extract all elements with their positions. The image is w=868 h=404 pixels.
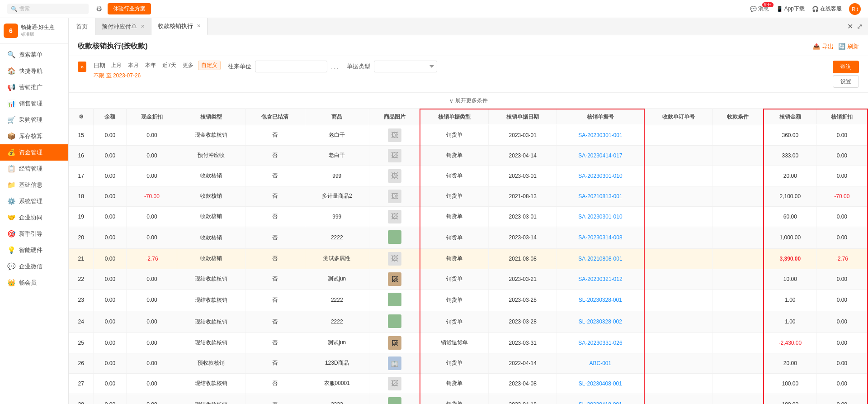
sidebar-item-enterprise[interactable]: 🤝企业协同: [0, 209, 68, 226]
sidebar-item-beginner[interactable]: 🎯新手引导: [0, 226, 68, 242]
cell-include-settled: 否: [245, 166, 305, 186]
settings-btn[interactable]: 设置: [833, 75, 859, 88]
col-settings[interactable]: ⚙: [69, 109, 94, 125]
sidebar-menu: 🔍搜索菜单 🏠快捷导航 📢营销推广 📊销售管理 🛒采购管理 📦库存核算 💰资金管…: [0, 44, 68, 404]
tab-home[interactable]: 首页: [69, 18, 95, 35]
cell-goods: 测试jun: [305, 269, 369, 289]
cell-no: 18: [69, 186, 94, 206]
voucher-type-select[interactable]: [374, 61, 437, 72]
cell-write-off-amount: 100.00: [764, 373, 816, 394]
filter-collapse-btn[interactable]: »: [78, 62, 86, 72]
table-row: 150.000.00现金收款核销否老白干🖼销货单2023-03-01SA-202…: [69, 125, 868, 145]
online-service-btn[interactable]: 🎧 在线客服: [812, 5, 842, 13]
date-opt-this-month[interactable]: 本月: [126, 61, 141, 70]
cell-write-off-discount: 0.00: [816, 166, 868, 186]
headset-icon: 🎧: [812, 6, 819, 12]
table-row: 280.000.00现结收款核销否2222销货单2023-04-18SL-202…: [69, 394, 868, 404]
date-opt-more[interactable]: 更多: [181, 61, 195, 70]
sidebar-item-marketing[interactable]: 📢营销推广: [0, 79, 68, 95]
tab-prepay-close[interactable]: ✕: [141, 24, 145, 29]
cell-write-off-amount: 360.00: [764, 125, 816, 145]
sidebar-item-system[interactable]: ⚙️系统管理: [0, 193, 68, 209]
message-icon: 💬: [750, 6, 757, 12]
cell-voucher-no[interactable]: SL-20230408-001: [557, 373, 644, 394]
export-btn[interactable]: 📤 导出: [813, 43, 834, 51]
industry-btn[interactable]: 休验行业方案: [108, 3, 151, 14]
sidebar-logo: 6 畅捷通·好生意 标准版: [0, 18, 68, 44]
cell-voucher-no[interactable]: SA-20210813-001: [557, 186, 644, 206]
tab-fullscreen-icon[interactable]: ⤢: [857, 22, 863, 31]
col-payment-terms: 收款条件: [712, 109, 764, 125]
col-voucher-no: 核销单据号: [557, 109, 644, 125]
sidebar-item-member[interactable]: 👑畅会员: [0, 275, 68, 291]
cell-voucher-no[interactable]: SL-20230328-001: [557, 289, 644, 311]
cell-voucher-no[interactable]: SA-20230301-010: [557, 166, 644, 186]
cell-voucher-date: 2022-04-14: [489, 353, 557, 373]
cell-payment-terms: [712, 373, 764, 394]
cell-write-off-discount: 0.00: [816, 289, 868, 311]
sidebar-item-wechat[interactable]: 💬企业微信: [0, 258, 68, 275]
date-opt-7days[interactable]: 近7天: [160, 61, 178, 70]
cell-voucher-type: 销货单: [420, 311, 489, 333]
cell-voucher-no[interactable]: SL-20230418-001: [557, 394, 644, 404]
date-opt-custom[interactable]: 自定义: [198, 61, 221, 70]
member-icon: 👑: [7, 279, 15, 287]
cell-include-settled: 否: [245, 269, 305, 289]
cell-no: 15: [69, 125, 94, 145]
col-voucher-type: 核销单据类型: [420, 109, 489, 125]
sidebar-item-operation[interactable]: 📋经营管理: [0, 161, 68, 177]
sidebar-item-inventory[interactable]: 📦库存核算: [0, 128, 68, 144]
top-bar: 🔍 搜索 ⚙ 休验行业方案 💬 消息 99+ 📱 App下载 🎧 在线客服 Ri…: [0, 0, 868, 18]
sidebar-item-sales[interactable]: 📊销售管理: [0, 95, 68, 112]
user-avatar[interactable]: Rit: [849, 3, 861, 15]
voucher-type-group: 单据类型: [347, 61, 437, 72]
page-title: 收款核销执行(按收款): [78, 42, 148, 51]
source-unit-input[interactable]: [255, 61, 327, 72]
tab-receipt-write-off[interactable]: 收款核销执行 ✕: [151, 18, 208, 35]
table-row: 200.000.00收款核销否2222销货单2023-03-14SA-20230…: [69, 227, 868, 248]
cell-write-off-type: 现结收款核销: [177, 333, 245, 353]
search-area[interactable]: 🔍 搜索: [7, 4, 89, 14]
app-icon: 📱: [776, 6, 783, 12]
refresh-btn[interactable]: 🔄 刷新: [838, 43, 859, 51]
gear-icon[interactable]: ⚙: [96, 5, 102, 13]
sidebar-item-quick-nav[interactable]: 🏠快捷导航: [0, 63, 68, 79]
expand-more-btn[interactable]: ∨ 展开更多条件: [449, 95, 488, 106]
cell-write-off-discount: 0.00: [816, 206, 868, 227]
cell-voucher-no[interactable]: SA-20230314-008: [557, 227, 644, 248]
date-opt-this-year[interactable]: 本年: [143, 61, 158, 70]
tab-prepay[interactable]: 预付冲应付单 ✕: [95, 18, 151, 35]
app-download-btn[interactable]: 📱 App下载: [776, 5, 805, 13]
cell-voucher-no[interactable]: SA-20230321-012: [557, 269, 644, 289]
cell-goods: 999: [305, 166, 369, 186]
tab-close-all-icon[interactable]: ✕: [847, 22, 853, 31]
cell-write-off-amount: 100.00: [764, 394, 816, 404]
cell-voucher-no[interactable]: SA-20230414-017: [557, 145, 644, 166]
query-btn[interactable]: 查询: [833, 61, 859, 73]
cell-voucher-type: 销货单: [420, 373, 489, 394]
cell-voucher-no[interactable]: SA-20210808-001: [557, 248, 644, 269]
cell-cash-discount: 0.00: [127, 311, 177, 333]
sidebar-item-finance[interactable]: 💰资金管理: [0, 144, 68, 161]
cell-receipt-order-no: [644, 206, 713, 227]
tab-receipt-close[interactable]: ✕: [197, 23, 201, 29]
cell-voucher-no[interactable]: ABC-001: [557, 353, 644, 373]
cell-goods: 2222: [305, 227, 369, 248]
cell-voucher-no[interactable]: SL-20230328-002: [557, 311, 644, 333]
export-icon: 📤: [813, 43, 820, 50]
cell-voucher-no[interactable]: SA-20230301-010: [557, 206, 644, 227]
cell-voucher-no[interactable]: SA-20230331-026: [557, 333, 644, 353]
sidebar-item-purchase[interactable]: 🛒采购管理: [0, 112, 68, 128]
sidebar-item-basics[interactable]: 📁基础信息: [0, 177, 68, 193]
date-opt-last-month[interactable]: 上月: [109, 61, 123, 70]
messages-btn[interactable]: 💬 消息 99+: [750, 5, 769, 13]
sidebar-item-hardware[interactable]: 💡智能硬件: [0, 242, 68, 258]
cell-write-off-discount: -2.76: [816, 248, 868, 269]
tab-controls: ✕ ⤢: [847, 22, 868, 31]
table-wrapper: ⚙ 余额 现金折扣 核销类型 包含已结清 商品 商品图片 核销单据类型 核销单据…: [69, 109, 868, 404]
sidebar-item-search[interactable]: 🔍搜索菜单: [0, 47, 68, 63]
cell-no: 28: [69, 394, 94, 404]
cell-write-off-type: 现金收款核销: [177, 125, 245, 145]
cell-voucher-no[interactable]: SA-20230301-001: [557, 125, 644, 145]
source-unit-group: 往来单位 ...: [228, 61, 340, 72]
